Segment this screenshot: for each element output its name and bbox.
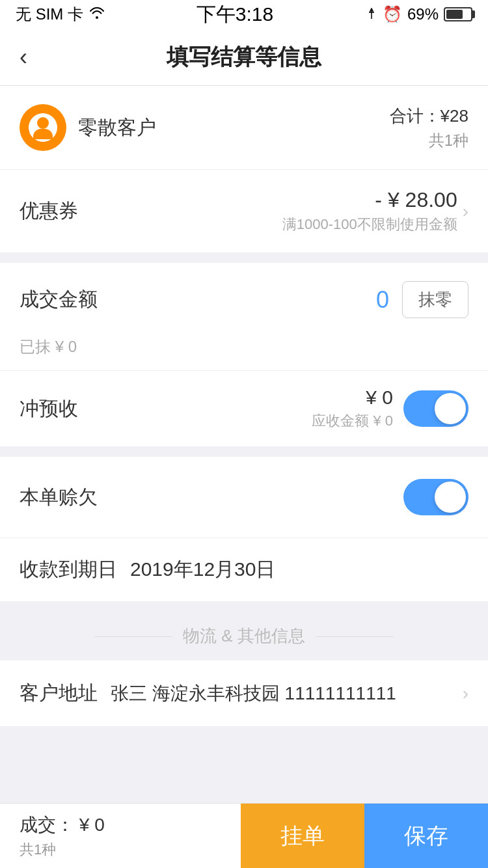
credit-label: 本单赊欠 [20,484,98,511]
duedate-value[interactable]: 2019年12月30日 [130,556,275,583]
address-row[interactable]: 客户地址 张三 海淀永丰科技园 11111111111 › [0,660,488,726]
bottom-info: 成交： ¥ 0 共1种 [0,804,241,868]
logistics-text: 物流 & 其他信息 [183,625,305,647]
credit-toggle-knob [435,481,466,513]
location-icon [366,5,377,23]
battery-icon [444,7,472,21]
status-time: 下午3:18 [197,1,273,28]
coupon-amount: - ¥ 28.00 [282,188,457,212]
customer-row: 零散客户 合计：¥28 共1种 [0,86,488,169]
nav-bar: ‹ 填写结算等信息 [0,29,488,86]
coupon-chevron-icon: › [463,201,468,222]
advance-toggle[interactable] [403,390,468,427]
page-title: 填写结算等信息 [167,42,321,72]
total-count: 共1种 [390,130,468,151]
avatar-icon [29,113,57,142]
coupon-value-block: - ¥ 28.00 满1000-100不限制使用金额 [282,188,457,234]
address-value: 张三 海淀永丰科技园 11111111111 [111,681,463,706]
deal-sub: 已抹 ¥ 0 [0,336,488,370]
sim-text: 无 SIM 卡 [16,4,83,25]
hold-button[interactable]: 挂单 [241,804,364,868]
toggle-knob [435,393,466,424]
total-label: 合计：¥28 [390,105,468,128]
bottom-count: 共1种 [20,840,221,860]
advance-sub: 应收金额 ¥ 0 [312,411,393,431]
bottom-deal: 成交： ¥ 0 [20,813,221,837]
battery-percent: 69% [407,5,439,23]
bottom-deal-label: 成交： [20,815,74,835]
advance-row: 冲预收 ¥ 0 应收金额 ¥ 0 [0,370,488,446]
coupon-row[interactable]: 优惠券 - ¥ 28.00 满1000-100不限制使用金额 › [0,169,488,252]
logistics-separator: 物流 & 其他信息 [0,612,488,660]
credit-toggle[interactable] [403,479,468,515]
duedate-label: 收款到期日 [20,556,117,583]
status-bar: 无 SIM 卡 下午3:18 ⏰ 69% [0,0,488,29]
customer-right: 合计：¥28 共1种 [390,105,468,151]
coupon-label: 优惠券 [20,198,78,224]
address-chevron-icon: › [463,683,468,704]
address-section: 客户地址 张三 海淀永丰科技园 11111111111 › [0,660,488,726]
wifi-icon [90,6,104,23]
credit-section: 本单赊欠 收款到期日 2019年12月30日 [0,457,488,601]
deal-amount-label: 成交金额 [20,286,98,313]
status-left: 无 SIM 卡 [16,4,104,25]
deal-row: 成交金额 0 抹零 [0,263,488,336]
alarm-icon: ⏰ [383,5,402,23]
status-right: ⏰ 69% [366,5,472,23]
save-button[interactable]: 保存 [364,804,488,868]
back-button[interactable]: ‹ [20,44,27,71]
address-label: 客户地址 [20,680,98,707]
advance-label: 冲预收 [20,396,78,422]
deal-section: 成交金额 0 抹零 已抹 ¥ 0 冲预收 ¥ 0 应收金额 ¥ 0 [0,263,488,446]
advance-value-block: ¥ 0 应收金额 ¥ 0 [312,387,393,431]
bottom-deal-amount: ¥ 0 [79,815,105,835]
customer-left: 零散客户 [20,104,156,151]
advance-right: ¥ 0 应收金额 ¥ 0 [312,387,468,431]
round-button[interactable]: 抹零 [402,281,468,318]
avatar [20,104,66,151]
coupon-right: - ¥ 28.00 满1000-100不限制使用金额 › [282,188,468,234]
bottom-bar: 成交： ¥ 0 共1种 挂单 保存 [0,803,488,868]
duedate-row: 收款到期日 2019年12月30日 [0,537,488,601]
credit-row: 本单赊欠 [0,457,488,537]
advance-amount: ¥ 0 [312,387,393,409]
coupon-desc: 满1000-100不限制使用金额 [282,215,457,234]
customer-name: 零散客户 [78,115,156,141]
customer-section: 零散客户 合计：¥28 共1种 优惠券 - ¥ 28.00 满1000-100不… [0,86,488,252]
deal-amount-value[interactable]: 0 [376,286,389,314]
deal-right: 0 抹零 [376,281,468,318]
